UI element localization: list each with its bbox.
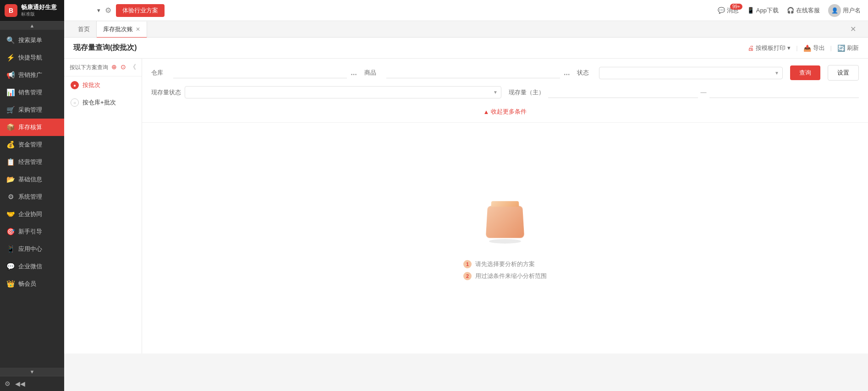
tab-inventory-batch[interactable]: 库存批次账 ✕ <box>97 22 147 38</box>
inventory-icon: 📦 <box>6 123 15 131</box>
scheme-item-by-warehouse-batch[interactable]: ○ 按仓库+批次 <box>64 94 142 111</box>
tab-home[interactable]: 首页 <box>71 21 97 38</box>
app-download-label: App下载 <box>756 6 779 15</box>
sidebar-item-new-guide[interactable]: 🎯 新手引导 <box>0 223 64 240</box>
empty-hint-2: 2 用过滤条件来缩小分析范围 <box>463 272 547 280</box>
enterprise-icon: 🤝 <box>6 210 15 218</box>
sidebar-item-system[interactable]: ⚙ 系统管理 <box>0 188 64 206</box>
inventory-status-select-wrap: 全部 有库存 无库存 ▼ <box>185 86 501 98</box>
print-button[interactable]: 🖨 按模板打印 ▾ <box>747 44 791 52</box>
sidebar-item-label: 企业协同 <box>18 210 42 218</box>
status-select-wrap: 全部 启用 停用 ▼ <box>599 67 783 79</box>
quick-nav-icon: ⚡ <box>6 54 15 62</box>
app-name: 畅康通好生意 <box>21 4 57 11</box>
message-button[interactable]: 💬 消息 99+ <box>718 6 739 15</box>
sidebar-item-label: 新手引导 <box>18 228 42 236</box>
sidebar-item-quick-nav[interactable]: ⚡ 快捷导航 <box>0 49 64 66</box>
inventory-quantity-to[interactable] <box>709 87 859 98</box>
trial-industry-button[interactable]: 体验行业方案 <box>116 4 165 17</box>
empty-state: 1 请先选择要分析的方案 2 用过滤条件来缩小分析范围 <box>142 123 868 353</box>
inventory-quantity-field: 现存量（主） — <box>509 87 859 98</box>
export-icon: 📤 <box>803 44 811 52</box>
page-header: 现存量查询(按批次) 🖨 按模板打印 ▾ | 📤 导出 | 🔄 刷新 <box>64 38 868 59</box>
tab-home-label: 首页 <box>78 25 90 33</box>
app-subtitle: 标准版 <box>21 11 57 17</box>
inventory-status-select[interactable]: 全部 有库存 无库存 <box>185 86 501 98</box>
settings-scheme-icon[interactable]: ⊙ <box>121 63 126 71</box>
topbar-dropdown[interactable]: ▾ <box>71 6 100 15</box>
sidebar-item-enterprise[interactable]: 🤝 企业协同 <box>0 206 64 223</box>
sidebar-item-marketing[interactable]: 📢 营销推广 <box>0 66 64 84</box>
inventory-status-label: 现存量状态 <box>151 88 181 97</box>
sidebar-item-operations[interactable]: 📋 经营管理 <box>0 153 64 171</box>
sidebar-item-enterprise-wechat[interactable]: 💬 企业微信 <box>0 258 64 275</box>
topbar-gear-icon[interactable]: ⚙ <box>105 6 111 15</box>
query-button[interactable]: 查询 <box>790 65 820 80</box>
online-service-button[interactable]: 🎧 在线客服 <box>787 6 820 15</box>
export-button[interactable]: 📤 导出 <box>803 44 825 52</box>
hint-text-1: 请先选择要分析的方案 <box>475 260 535 268</box>
sidebar-item-finance[interactable]: 💰 资金管理 <box>0 136 64 153</box>
product-field: 商品 ... <box>364 67 570 78</box>
left-panel-title: 按以下方案查询 <box>70 64 108 71</box>
topbar-left: ▾ ⚙ 体验行业方案 <box>71 4 165 17</box>
add-scheme-icon[interactable]: ⊕ <box>111 63 117 71</box>
filter-collapse-button[interactable]: ▲ 收起更多条件 <box>151 104 859 116</box>
sidebar-item-basic-info[interactable]: 📂 基础信息 <box>0 171 64 188</box>
topbar: ▾ ⚙ 体验行业方案 💬 消息 99+ 📱 App下载 🎧 在线客服 👤 用户名 <box>64 0 868 21</box>
search-icon: 🔍 <box>6 36 15 44</box>
empty-box-graphic <box>486 206 524 238</box>
user-avatar-button[interactable]: 👤 用户名 <box>828 4 861 17</box>
tab-close-icon[interactable]: ✕ <box>136 26 140 33</box>
tab-panel-close-button[interactable]: ✕ <box>846 25 861 33</box>
online-service-icon: 🎧 <box>787 7 794 14</box>
print-label: 按模板打印 <box>756 44 786 52</box>
empty-illustration <box>478 196 533 251</box>
status-field: 状态 全部 启用 停用 ▼ <box>577 67 783 79</box>
new-guide-icon: 🎯 <box>6 228 15 236</box>
online-service-label: 在线客服 <box>796 6 820 15</box>
inventory-status-field: 现存量状态 全部 有库存 无库存 ▼ <box>151 86 501 98</box>
settings-footer-icon[interactable]: ⚙ <box>5 380 11 387</box>
filter-row-1: 仓库 ... 商品 ... 状态 <box>151 65 859 81</box>
sidebar-item-sales[interactable]: 📊 销售管理 <box>0 84 64 101</box>
topbar-right: 💬 消息 99+ 📱 App下载 🎧 在线客服 👤 用户名 <box>718 4 861 17</box>
vip-icon: 👑 <box>6 280 15 288</box>
settings-button[interactable]: 设置 <box>828 65 859 81</box>
divider-1: | <box>796 44 797 51</box>
scheme-label: 按仓库+批次 <box>82 98 116 107</box>
product-input[interactable] <box>386 67 560 78</box>
sidebar-footer: ⚙ ◀◀ <box>0 376 64 391</box>
sales-icon: 📊 <box>6 88 15 97</box>
inventory-quantity-from[interactable] <box>548 87 698 98</box>
sidebar-scroll-down[interactable]: ▼ <box>0 368 64 376</box>
warehouse-more-icon[interactable]: ... <box>351 69 357 77</box>
refresh-label: 刷新 <box>847 44 859 52</box>
user-name: 用户名 <box>843 6 861 15</box>
sidebar-item-label: 搜索菜单 <box>18 36 42 44</box>
message-icon: 💬 <box>718 7 725 14</box>
inventory-quantity-range: — <box>548 87 859 98</box>
sidebar-scroll-up[interactable]: ▲ <box>0 22 64 30</box>
sidebar-item-label: 应用中心 <box>18 245 42 253</box>
sidebar-item-label: 营销推广 <box>18 71 42 79</box>
app-download-button[interactable]: 📱 App下载 <box>747 6 779 15</box>
status-select[interactable]: 全部 启用 停用 <box>599 67 783 79</box>
message-badge: 99+ <box>730 4 742 10</box>
sidebar-item-app-center[interactable]: 📱 应用中心 <box>0 240 64 258</box>
sidebar-item-vip[interactable]: 👑 畅会员 <box>0 275 64 293</box>
product-more-icon[interactable]: ... <box>564 69 570 77</box>
sidebar-item-purchase[interactable]: 🛒 采购管理 <box>0 101 64 119</box>
main-layout: 按以下方案查询 ⊕ ⊙ 《 ● 按批次 ○ 按仓库+批次 <box>64 59 868 353</box>
collapse-sidebar-icon[interactable]: ◀◀ <box>15 380 25 387</box>
basic-info-icon: 📂 <box>6 175 15 184</box>
sidebar: B 畅康通好生意 标准版 ▲ 🔍 搜索菜单 ⚡ 快捷导航 📢 营销推广 📊 销售… <box>0 0 64 391</box>
app-download-icon: 📱 <box>747 7 754 14</box>
refresh-button[interactable]: 🔄 刷新 <box>837 44 859 52</box>
sidebar-item-search-menu[interactable]: 🔍 搜索菜单 <box>0 32 64 49</box>
sidebar-item-inventory[interactable]: 📦 库存核算 <box>0 119 64 136</box>
collapse-panel-icon[interactable]: 《 <box>130 63 136 71</box>
print-dropdown-icon: ▾ <box>787 44 791 51</box>
scheme-item-by-batch[interactable]: ● 按批次 <box>64 76 142 94</box>
warehouse-input[interactable] <box>173 67 347 78</box>
